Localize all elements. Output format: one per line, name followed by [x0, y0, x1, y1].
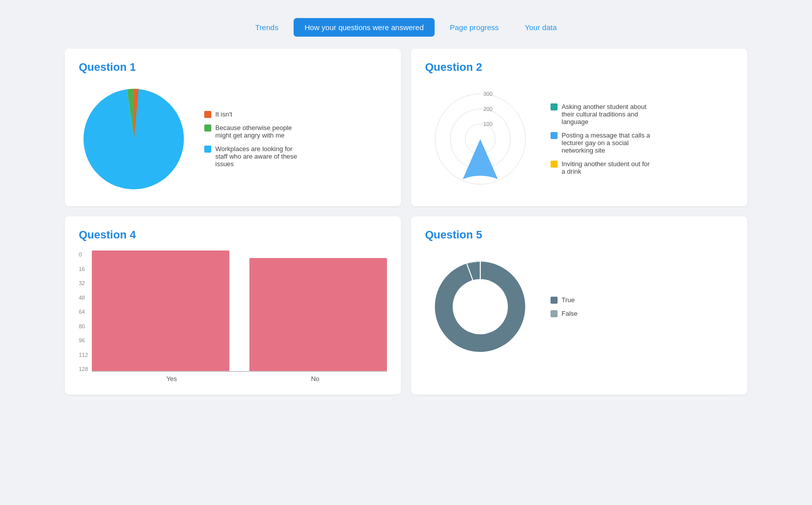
- tab-how-answered[interactable]: How your questions were answered: [294, 18, 435, 37]
- tab-trends[interactable]: Trends: [244, 18, 290, 37]
- q5-legend-color-2: [551, 310, 558, 317]
- bar-no: [249, 258, 387, 371]
- question1-title: Question 1: [79, 61, 387, 74]
- legend-color-1: [204, 111, 211, 118]
- question1-card: Question 1 It isn't B: [65, 49, 401, 206]
- bar-yes: [92, 250, 229, 371]
- legend-label-3: Workplaces are looking for staff who are…: [215, 145, 305, 168]
- q2-legend-label-2: Posting a message that calls a lecturer …: [562, 132, 651, 154]
- q2-legend-item-3: Inviting another student out for a drink: [551, 160, 651, 175]
- tab-page-progress[interactable]: Page progress: [439, 18, 510, 37]
- bar-no-rect: [249, 258, 387, 371]
- question2-card: Question 2 300 200 100: [411, 49, 747, 206]
- q2-legend-item-1: Asking another student about their cultu…: [551, 103, 651, 125]
- q5-legend-label-2: False: [562, 310, 578, 317]
- question1-chart-area: It isn't Because otherwise people might …: [79, 84, 387, 194]
- question2-polar: 300 200 100: [425, 84, 535, 194]
- legend-label-2: Because otherwise people might get angry…: [215, 124, 305, 139]
- q2-legend-color-1: [551, 103, 558, 110]
- legend-item-2: Because otherwise people might get angry…: [204, 124, 305, 139]
- question4-title: Question 4: [79, 228, 387, 241]
- bar-yes-rect: [92, 250, 229, 371]
- svg-point-6: [453, 279, 508, 334]
- question5-title: Question 5: [425, 228, 733, 241]
- legend-color-3: [204, 146, 211, 153]
- question5-chart-area: True False: [425, 251, 733, 362]
- navigation-bar: Trends How your questions were answered …: [10, 10, 802, 49]
- q2-legend-color-2: [551, 132, 558, 139]
- question5-legend: True False: [551, 296, 578, 317]
- q5-legend-item-2: False: [551, 310, 578, 317]
- tab-your-data[interactable]: Your data: [514, 18, 568, 37]
- legend-item-1: It isn't: [204, 110, 305, 118]
- q2-legend-label-3: Inviting another student out for a drink: [562, 160, 651, 175]
- question1-pie: [79, 84, 189, 194]
- bar-yes-label: Yes: [100, 375, 243, 383]
- q2-legend-item-2: Posting a message that calls a lecturer …: [551, 132, 651, 154]
- svg-text:100: 100: [483, 121, 492, 127]
- question4-chart: 128 112 96 80 64 48 32 16 0: [79, 251, 387, 383]
- legend-label-1: It isn't: [215, 110, 232, 118]
- svg-text:200: 200: [483, 106, 492, 112]
- q2-legend-color-3: [551, 161, 558, 168]
- dashboard-grid: Question 1 It isn't B: [65, 49, 747, 395]
- q2-legend-label-1: Asking another student about their cultu…: [562, 103, 651, 125]
- q5-legend-item-1: True: [551, 296, 578, 304]
- bar-no-label: No: [243, 375, 387, 383]
- question4-card: Question 4 128 112 96 80 64 48 32 16 0: [65, 216, 401, 395]
- q5-legend-color-1: [551, 297, 558, 304]
- question5-donut: [425, 251, 535, 362]
- legend-item-3: Workplaces are looking for staff who are…: [204, 145, 305, 168]
- question5-card: Question 5 True: [411, 216, 747, 395]
- question4-y-axis: 128 112 96 80 64 48 32 16 0: [79, 251, 88, 372]
- question2-legend: Asking another student about their cultu…: [551, 103, 651, 175]
- svg-text:300: 300: [483, 91, 492, 97]
- q5-legend-label-1: True: [562, 296, 575, 304]
- question2-chart-area: 300 200 100 Asking another student about…: [425, 84, 733, 194]
- question4-x-labels: Yes No: [100, 375, 387, 383]
- question4-bars: [92, 251, 387, 372]
- question2-title: Question 2: [425, 61, 733, 74]
- legend-color-2: [204, 124, 211, 132]
- question1-legend: It isn't Because otherwise people might …: [204, 110, 305, 168]
